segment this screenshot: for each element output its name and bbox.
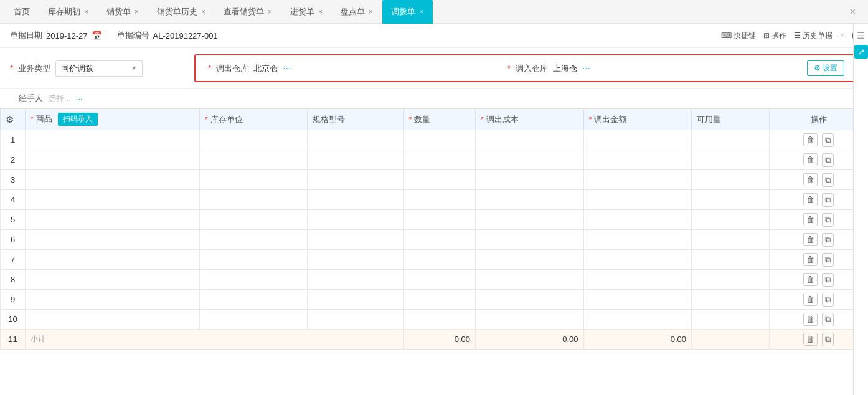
tab-close-transfer[interactable]: ×	[419, 7, 423, 16]
row-product-5[interactable]	[26, 210, 200, 230]
tab-close-stocktake[interactable]: ×	[369, 7, 373, 16]
row-amount-7[interactable]	[583, 250, 692, 270]
row-spec-1[interactable]	[308, 130, 403, 150]
row-spec-2[interactable]	[308, 150, 403, 170]
row-unit-7[interactable]	[199, 250, 308, 270]
row-available-3[interactable]	[692, 170, 770, 190]
row-qty-7[interactable]	[403, 250, 475, 270]
row-delete-icon-4[interactable]: 🗑	[803, 193, 818, 206]
warehouse-settings-button[interactable]: ⚙ 设置	[807, 60, 844, 76]
row-delete-icon-8[interactable]: 🗑	[803, 273, 818, 286]
row-delete-icon-5[interactable]: 🗑	[803, 213, 818, 226]
row-product-7[interactable]	[26, 250, 200, 270]
sidebar-doc-icon[interactable]: ☰	[854, 29, 868, 42]
row-available-8[interactable]	[692, 270, 770, 290]
row-copy-icon-10[interactable]: ⧉	[822, 313, 834, 326]
tab-stocktake[interactable]: 盘点单 ×	[332, 0, 382, 24]
row-product-6[interactable]	[26, 230, 200, 250]
window-close-button[interactable]: ×	[847, 4, 858, 20]
row-amount-3[interactable]	[583, 170, 692, 190]
tab-inventory-init[interactable]: 库存期初 ×	[39, 0, 98, 24]
row-qty-1[interactable]	[403, 130, 475, 150]
row-spec-7[interactable]	[308, 250, 403, 270]
row-delete-icon-7[interactable]: 🗑	[803, 253, 818, 266]
tab-close-purchase[interactable]: ×	[318, 7, 323, 16]
table-settings-icon[interactable]: ⚙	[6, 114, 14, 125]
transfer-out-more-icon[interactable]: ···	[283, 63, 291, 74]
row-product-8[interactable]	[26, 270, 200, 290]
tab-purchase[interactable]: 进货单 ×	[281, 0, 332, 24]
row-spec-4[interactable]	[308, 190, 403, 210]
row-unit-3[interactable]	[199, 170, 308, 190]
row-spec-8[interactable]	[308, 270, 403, 290]
row-amount-6[interactable]	[583, 230, 692, 250]
row-spec-5[interactable]	[308, 210, 403, 230]
row-delete-icon-2[interactable]: 🗑	[803, 153, 818, 166]
row-available-5[interactable]	[692, 210, 770, 230]
business-type-select[interactable]: 同价调拨 ▼	[55, 60, 143, 77]
settings-btn[interactable]: ⚙ 设置	[807, 60, 844, 76]
row-available-7[interactable]	[692, 250, 770, 270]
row-available-6[interactable]	[692, 230, 770, 250]
row-delete-icon-9[interactable]: 🗑	[803, 293, 818, 306]
row-qty-5[interactable]	[403, 210, 475, 230]
row-delete-icon-3[interactable]: 🗑	[803, 173, 818, 186]
row-unit-5[interactable]	[199, 210, 308, 230]
row-copy-icon-4[interactable]: ⧉	[822, 193, 834, 207]
row-amount-1[interactable]	[583, 130, 692, 150]
calendar-icon[interactable]: 📅	[92, 31, 102, 40]
row-qty-3[interactable]	[403, 170, 475, 190]
row-copy-icon-8[interactable]: ⧉	[822, 273, 834, 287]
tab-close-sales-history[interactable]: ×	[201, 7, 205, 16]
row-available-4[interactable]	[692, 190, 770, 210]
list-view-button[interactable]: ≡	[840, 31, 844, 40]
person-more-icon[interactable]: ···	[76, 94, 83, 103]
row-copy-icon-2[interactable]: ⧉	[822, 153, 834, 167]
row-available-1[interactable]	[692, 130, 770, 150]
row-product-1[interactable]	[26, 130, 200, 150]
row-qty-2[interactable]	[403, 150, 475, 170]
row-copy-icon-6[interactable]: ⧉	[822, 233, 834, 247]
tab-close-sales-order[interactable]: ×	[134, 7, 139, 16]
row-available-10[interactable]	[692, 310, 770, 330]
row-amount-10[interactable]	[583, 310, 692, 330]
row-amount-2[interactable]	[583, 150, 692, 170]
row-available-9[interactable]	[692, 290, 770, 310]
row-unit-8[interactable]	[199, 270, 308, 290]
row-unit-1[interactable]	[199, 130, 308, 150]
row-product-3[interactable]	[26, 170, 200, 190]
tab-close-inventory-init[interactable]: ×	[84, 7, 88, 16]
row-cost-2[interactable]	[476, 150, 584, 170]
row-copy-icon-7[interactable]: ⧉	[822, 253, 834, 267]
row-qty-6[interactable]	[403, 230, 475, 250]
sidebar-expand-icon[interactable]: ↗	[854, 45, 868, 59]
shortcuts-button[interactable]: ⌨ 快捷键	[721, 31, 756, 41]
row-cost-4[interactable]	[476, 190, 584, 210]
row-cost-8[interactable]	[476, 270, 584, 290]
row-product-10[interactable]	[26, 310, 200, 330]
row-cost-1[interactable]	[476, 130, 584, 150]
operations-button[interactable]: ⊞ 操作	[763, 31, 786, 41]
row-cost-6[interactable]	[476, 230, 584, 250]
row-spec-3[interactable]	[308, 170, 403, 190]
row-product-9[interactable]	[26, 290, 200, 310]
row-copy-icon-1[interactable]: ⧉	[822, 133, 834, 147]
row-cost-7[interactable]	[476, 250, 584, 270]
row-cost-10[interactable]	[476, 310, 584, 330]
row-unit-9[interactable]	[199, 290, 308, 310]
row-unit-10[interactable]	[199, 310, 308, 330]
row-qty-8[interactable]	[403, 270, 475, 290]
person-select[interactable]: 选择...	[48, 93, 71, 104]
row-qty-10[interactable]	[403, 310, 475, 330]
row-cost-9[interactable]	[476, 290, 584, 310]
subtotal-copy-icon[interactable]: ⧉	[822, 333, 834, 346]
row-copy-icon-9[interactable]: ⧉	[822, 293, 834, 307]
row-product-4[interactable]	[26, 190, 200, 210]
row-qty-9[interactable]	[403, 290, 475, 310]
row-available-2[interactable]	[692, 150, 770, 170]
row-product-2[interactable]	[26, 150, 200, 170]
row-amount-9[interactable]	[583, 290, 692, 310]
row-unit-2[interactable]	[199, 150, 308, 170]
row-qty-4[interactable]	[403, 190, 475, 210]
tab-view-sales[interactable]: 查看销货单 ×	[215, 0, 281, 24]
